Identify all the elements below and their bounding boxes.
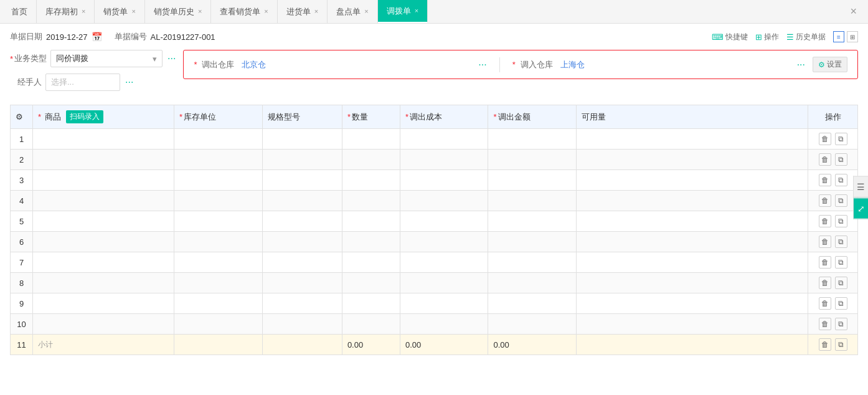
tab-home[interactable]: 首页 bbox=[5, 0, 37, 23]
row-qty[interactable] bbox=[342, 211, 400, 232]
row-cost[interactable] bbox=[400, 211, 488, 232]
copy-icon[interactable]: ⧉ bbox=[835, 338, 847, 351]
row-product[interactable] bbox=[33, 314, 174, 335]
row-qty[interactable] bbox=[342, 170, 400, 191]
row-product[interactable] bbox=[33, 170, 174, 191]
delete-icon[interactable]: 🗑 bbox=[819, 338, 831, 351]
delete-icon[interactable]: 🗑 bbox=[819, 174, 831, 186]
copy-icon[interactable]: ⧉ bbox=[835, 297, 847, 310]
row-qty[interactable] bbox=[342, 129, 400, 150]
tab-sales-order[interactable]: 销货单 × bbox=[95, 0, 144, 23]
operations-button[interactable]: ⊞ 操作 bbox=[755, 32, 779, 42]
row-amount[interactable] bbox=[488, 273, 576, 293]
handler-select[interactable]: 选择... bbox=[45, 74, 120, 91]
row-product[interactable] bbox=[33, 211, 174, 232]
shortcuts-button[interactable]: ⌨ 快捷键 bbox=[712, 32, 748, 42]
row-unit[interactable] bbox=[174, 273, 262, 293]
row-unit[interactable] bbox=[174, 211, 262, 232]
th-gear[interactable]: ⚙ bbox=[11, 105, 33, 129]
row-amount[interactable] bbox=[488, 232, 576, 252]
delete-icon[interactable]: 🗑 bbox=[819, 133, 831, 145]
warehouse-in-more-button[interactable]: ··· bbox=[797, 59, 805, 70]
row-product[interactable] bbox=[33, 129, 174, 150]
row-qty[interactable] bbox=[342, 232, 400, 252]
delete-icon[interactable]: 🗑 bbox=[819, 318, 831, 330]
tab-purchase-close[interactable]: × bbox=[314, 8, 318, 15]
layout-grid-icon[interactable]: ⊞ bbox=[847, 31, 858, 42]
tab-transfer-close[interactable]: × bbox=[415, 7, 418, 14]
delete-icon[interactable]: 🗑 bbox=[819, 194, 831, 207]
handler-more-button[interactable]: ··· bbox=[125, 77, 133, 88]
row-cost[interactable] bbox=[400, 150, 488, 170]
row-unit[interactable] bbox=[174, 252, 262, 273]
row-qty[interactable] bbox=[342, 252, 400, 273]
row-qty[interactable] bbox=[342, 314, 400, 335]
row-product[interactable] bbox=[33, 150, 174, 170]
row-unit[interactable] bbox=[174, 150, 262, 170]
tab-sales-order-close[interactable]: × bbox=[131, 8, 135, 15]
float-list-button[interactable]: ☰ bbox=[853, 176, 868, 198]
scan-button[interactable]: 扫码录入 bbox=[66, 110, 103, 123]
row-cost[interactable] bbox=[400, 232, 488, 252]
row-spec[interactable] bbox=[262, 150, 342, 170]
copy-icon[interactable]: ⧉ bbox=[835, 236, 847, 248]
row-unit[interactable] bbox=[174, 129, 262, 150]
row-spec[interactable] bbox=[262, 293, 342, 314]
row-unit[interactable] bbox=[174, 314, 262, 335]
window-close-button[interactable]: × bbox=[844, 5, 863, 18]
row-cost[interactable] bbox=[400, 129, 488, 150]
row-product[interactable] bbox=[33, 191, 174, 211]
layout-list-icon[interactable]: ≡ bbox=[833, 31, 844, 42]
row-spec[interactable] bbox=[262, 170, 342, 191]
row-product[interactable] bbox=[33, 293, 174, 314]
tab-initial-stock-close[interactable]: × bbox=[82, 8, 85, 15]
tab-view-sales[interactable]: 查看销货单 × bbox=[211, 0, 277, 23]
row-spec[interactable] bbox=[262, 314, 342, 335]
calendar-icon[interactable]: 📅 bbox=[92, 32, 102, 42]
row-spec[interactable] bbox=[262, 129, 342, 150]
settings-button[interactable]: ⚙ 设置 bbox=[813, 57, 847, 72]
row-cost[interactable] bbox=[400, 191, 488, 211]
tab-initial-stock[interactable]: 库存期初 × bbox=[37, 0, 95, 23]
row-amount[interactable] bbox=[488, 211, 576, 232]
row-spec[interactable] bbox=[262, 191, 342, 211]
tab-inventory-close[interactable]: × bbox=[364, 8, 368, 15]
row-amount[interactable] bbox=[488, 252, 576, 273]
row-spec[interactable] bbox=[262, 252, 342, 273]
delete-icon[interactable]: 🗑 bbox=[819, 153, 831, 166]
history-button[interactable]: ☰ 历史单据 bbox=[786, 32, 826, 42]
row-amount[interactable] bbox=[488, 293, 576, 314]
row-cost[interactable] bbox=[400, 252, 488, 273]
row-qty[interactable] bbox=[342, 191, 400, 211]
copy-icon[interactable]: ⧉ bbox=[835, 133, 847, 145]
row-unit[interactable] bbox=[174, 191, 262, 211]
delete-icon[interactable]: 🗑 bbox=[819, 215, 831, 227]
copy-icon[interactable]: ⧉ bbox=[835, 153, 847, 166]
tab-purchase[interactable]: 进货单 × bbox=[278, 0, 328, 23]
warehouse-out-more-button[interactable]: ··· bbox=[478, 59, 486, 70]
copy-icon[interactable]: ⧉ bbox=[835, 277, 847, 289]
float-expand-button[interactable]: ⤢ bbox=[853, 198, 868, 219]
row-unit[interactable] bbox=[174, 232, 262, 252]
tab-transfer[interactable]: 调拨单 × bbox=[378, 0, 428, 23]
tab-inventory[interactable]: 盘点单 × bbox=[328, 0, 377, 23]
tab-sales-history[interactable]: 销货单历史 × bbox=[145, 0, 211, 23]
business-type-select[interactable]: 同价调拨 ▾ bbox=[50, 50, 163, 67]
row-amount[interactable] bbox=[488, 170, 576, 191]
delete-icon[interactable]: 🗑 bbox=[819, 297, 831, 310]
row-qty[interactable] bbox=[342, 273, 400, 293]
row-product[interactable] bbox=[33, 252, 174, 273]
tab-sales-history-close[interactable]: × bbox=[198, 8, 202, 15]
tab-view-sales-close[interactable]: × bbox=[264, 8, 268, 15]
row-cost[interactable] bbox=[400, 314, 488, 335]
copy-icon[interactable]: ⧉ bbox=[835, 256, 847, 269]
copy-icon[interactable]: ⧉ bbox=[835, 174, 847, 186]
row-qty[interactable] bbox=[342, 293, 400, 314]
row-product[interactable] bbox=[33, 273, 174, 293]
row-amount[interactable] bbox=[488, 129, 576, 150]
copy-icon[interactable]: ⧉ bbox=[835, 318, 847, 330]
delete-icon[interactable]: 🗑 bbox=[819, 256, 831, 269]
row-cost[interactable] bbox=[400, 170, 488, 191]
row-qty[interactable] bbox=[342, 150, 400, 170]
row-cost[interactable] bbox=[400, 273, 488, 293]
